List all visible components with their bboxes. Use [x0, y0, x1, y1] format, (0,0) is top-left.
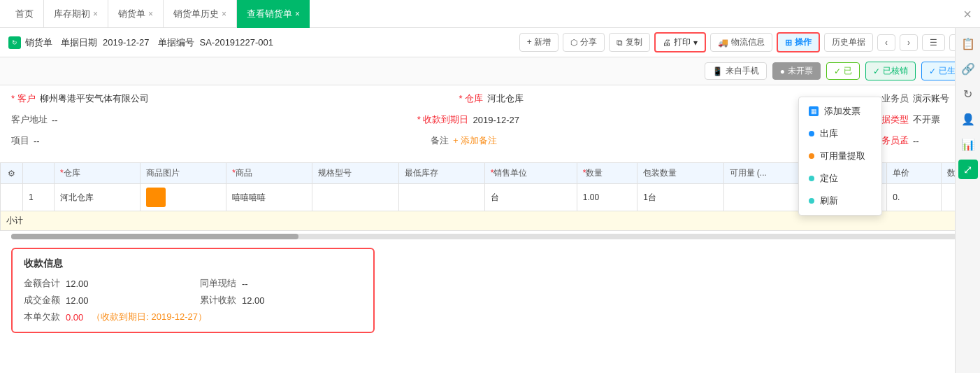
- panel-icon-2[interactable]: 🔗: [958, 59, 978, 78]
- next-doc-button[interactable]: ›: [900, 34, 918, 51]
- th-unit: *销售单位: [484, 163, 577, 184]
- refresh-dot: [809, 198, 814, 204]
- current-due-row: 本单欠款 0.00 （收款到期日: 2019-12-27）: [24, 311, 362, 323]
- th-product-img: 商品图片: [140, 163, 226, 184]
- check-button[interactable]: ✓ 已: [826, 62, 860, 80]
- doc-type-label: 销货单: [25, 36, 52, 49]
- panel-icon-5[interactable]: 📊: [958, 134, 978, 154]
- quantity-extract-label: 可用量提取: [820, 150, 865, 162]
- tab-home[interactable]: 首页: [6, 0, 44, 28]
- from-phone-button[interactable]: 📱 来自手机: [705, 62, 767, 80]
- doc-type-icon: ↻: [8, 36, 21, 49]
- copy-icon: ⧉: [617, 38, 623, 48]
- payment-info-box: 收款信息 金额合计 12.00 同单现结 -- 成交金额 12.00: [11, 248, 375, 333]
- cumulative-row: 累计收款 12.00: [200, 294, 362, 307]
- current-due-value: 0.00: [66, 312, 83, 323]
- add-invoice-item[interactable]: ▦ 添加发票: [799, 100, 881, 122]
- bottom-section: 收款信息 金额合计 12.00 同单现结 -- 成交金额 12.00: [0, 242, 980, 339]
- outbound-label: 出库: [820, 127, 838, 140]
- warehouse-value: 河北仓库: [487, 92, 543, 105]
- address-field: 客户地址 --: [11, 113, 108, 126]
- prev-doc-button[interactable]: ‹: [877, 34, 895, 51]
- new-button[interactable]: + 新增: [519, 33, 559, 52]
- current-due-label: 本单欠款: [24, 311, 60, 323]
- tab-inventory[interactable]: 库存期初 ×: [44, 0, 108, 28]
- refresh-item[interactable]: 刷新: [799, 190, 881, 212]
- operation-label: 操作: [795, 36, 812, 48]
- cell-index: 1: [23, 184, 55, 211]
- print-button[interactable]: 🖨 打印 ▾: [654, 32, 706, 52]
- table-scrollbar-thumb: [11, 234, 298, 239]
- transaction-amount-value: 12.00: [66, 295, 89, 306]
- due-date-field: * 收款到期日 2019-12-27: [417, 113, 529, 126]
- cumulative-value: 12.00: [242, 295, 265, 306]
- cell-pack-qty: 1台: [637, 184, 723, 211]
- logistics-icon: 🚚: [718, 38, 728, 48]
- total-amount-value: 12.00: [66, 279, 89, 289]
- number-label: 单据编号: [158, 36, 194, 49]
- operation-button[interactable]: ⊞ 操作: [777, 32, 820, 52]
- due-date-value: 2019-12-27: [473, 115, 529, 125]
- total-amount-row: 金额合计 12.00: [24, 277, 186, 290]
- window-close-button[interactable]: ×: [955, 0, 980, 28]
- share-button[interactable]: ⬡ 分享: [563, 33, 605, 52]
- tab-sales-history-close[interactable]: ×: [222, 9, 226, 19]
- print-dropdown-arrow: ▾: [693, 38, 698, 48]
- panel-icon-4[interactable]: 👤: [958, 109, 978, 129]
- th-unit-price: 单价: [887, 163, 942, 184]
- cumulative-label: 累计收款: [200, 294, 236, 307]
- not-open-button[interactable]: ● 未开票: [772, 62, 821, 80]
- table-scrollbar[interactable]: [11, 234, 969, 239]
- tab-sales-close[interactable]: ×: [148, 9, 153, 19]
- transaction-amount-label: 成交金额: [24, 294, 60, 307]
- main-content: ↻ 销货单 单据日期 2019-12-27 单据编号 SA-20191227-0…: [0, 28, 980, 373]
- cell-spec: [312, 184, 398, 211]
- check-circle-icon: ✓: [873, 66, 880, 76]
- not-open-dot: ●: [780, 66, 785, 76]
- locate-dot: [809, 176, 814, 181]
- employee-label: 业务员: [881, 92, 909, 105]
- panel-icon-expand[interactable]: ⤢: [958, 160, 978, 179]
- th-gear[interactable]: ⚙: [1, 163, 23, 184]
- operation-dropdown: ▦ 添加发票 出库 可用量提取 定位 刷新: [798, 97, 882, 216]
- sold-status[interactable]: ✓ 已核销: [865, 62, 916, 80]
- number-value: SA-20191227-001: [200, 37, 274, 48]
- cell-warehouse: 河北仓库: [54, 184, 140, 211]
- list-view-button[interactable]: ☰: [922, 34, 945, 51]
- date-label: 单据日期: [61, 36, 97, 49]
- th-qty: *数量: [577, 163, 637, 184]
- tab-sales-history[interactable]: 销货单历史 ×: [164, 0, 237, 28]
- share-icon: ⬡: [570, 38, 577, 48]
- outbound-item[interactable]: 出库: [799, 122, 881, 145]
- tab-view-sales-close[interactable]: ×: [295, 9, 300, 19]
- check-label: 已: [844, 65, 852, 77]
- due-note: （收款到期日: 2019-12-27）: [92, 311, 207, 323]
- doc-number-meta: 单据编号 SA-20191227-001: [158, 36, 274, 49]
- panel-icon-3[interactable]: ↻: [958, 84, 978, 104]
- warehouse-label: * 仓库: [459, 92, 484, 105]
- panel-icon-1[interactable]: 📋: [958, 34, 978, 53]
- locate-item[interactable]: 定位: [799, 167, 881, 190]
- tab-inventory-label: 库存期初: [54, 8, 90, 20]
- customer-label: * 客户: [11, 92, 36, 105]
- tab-sales[interactable]: 销货单 ×: [108, 0, 164, 28]
- check-icon: ✓: [834, 66, 841, 76]
- cell-unit-price: 0.: [887, 184, 942, 211]
- tab-view-sales[interactable]: 查看销货单 ×: [237, 0, 310, 28]
- tab-inventory-close[interactable]: ×: [93, 9, 98, 19]
- payment-grid: 金额合计 12.00 同单现结 -- 成交金额 12.00 累计收款 12.00: [24, 277, 362, 323]
- history-button[interactable]: 历史单据: [824, 33, 873, 52]
- doc-actions: + 新增 ⬡ 分享 ⧉ 复制 🖨 打印 ▾ 🚚 物流信息: [519, 32, 972, 52]
- copy-button[interactable]: ⧉ 复制: [609, 33, 650, 52]
- history-label: 历史单据: [832, 36, 865, 48]
- quantity-extract-item[interactable]: 可用量提取: [799, 145, 881, 167]
- th-pack-qty: 包装数量: [637, 163, 723, 184]
- tab-bar: 首页 库存期初 × 销货单 × 销货单历史 × 查看销货单 × ×: [0, 0, 980, 28]
- due-date-label: * 收款到期日: [417, 113, 469, 126]
- cell-product: 嘻嘻嘻嘻: [226, 184, 312, 211]
- logistics-button[interactable]: 🚚 物流信息: [710, 33, 772, 52]
- add-note-button[interactable]: + 添加备注: [453, 134, 497, 147]
- phone-icon: 📱: [712, 66, 723, 76]
- note-field: 备注 + 添加备注: [431, 134, 497, 147]
- th-index: [23, 163, 55, 184]
